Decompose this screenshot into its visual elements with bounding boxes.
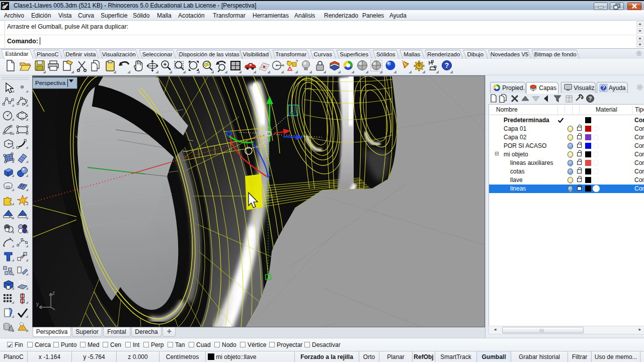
svg-text:?: ? — [445, 61, 449, 69]
svg-text:Perspectiva: Perspectiva — [35, 80, 66, 86]
svg-text:y: y — [36, 301, 39, 307]
svg-text:?: ? — [602, 85, 605, 90]
svg-text:?: ? — [589, 96, 592, 102]
svg-text:z: z — [52, 290, 55, 296]
